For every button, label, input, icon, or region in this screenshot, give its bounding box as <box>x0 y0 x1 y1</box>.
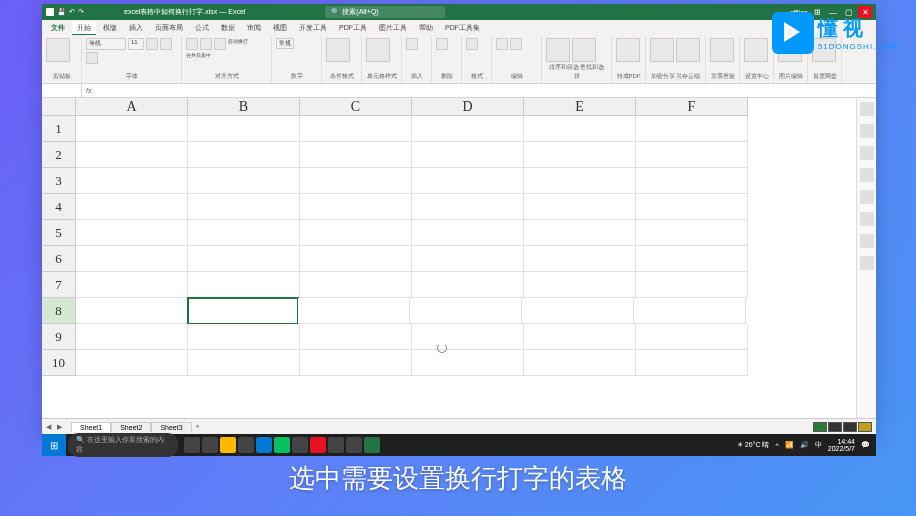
taskview-icon[interactable] <box>184 437 200 453</box>
cell-C4[interactable] <box>300 194 412 220</box>
col-header-A[interactable]: A <box>76 98 188 116</box>
invoice-button[interactable] <box>710 38 734 62</box>
select-all-corner[interactable] <box>42 98 76 116</box>
cell-A9[interactable] <box>76 324 188 350</box>
find-button[interactable] <box>572 38 596 62</box>
taskbar-search[interactable]: 🔍 在这里输入你要搜索的内容 <box>68 433 178 457</box>
to-pdf-button[interactable] <box>616 38 640 62</box>
paste-button[interactable] <box>46 38 70 62</box>
record-icon[interactable] <box>310 437 326 453</box>
cloud-button[interactable] <box>676 38 700 62</box>
cell-C10[interactable] <box>300 350 412 376</box>
underline-button[interactable] <box>86 52 98 64</box>
app4-icon[interactable] <box>346 437 362 453</box>
cell-F1[interactable] <box>636 116 748 142</box>
cell-B3[interactable] <box>188 168 300 194</box>
tab-next-icon[interactable]: ▶ <box>57 423 67 431</box>
cell-A3[interactable] <box>76 168 188 194</box>
undo-icon[interactable]: ↶ <box>69 8 75 16</box>
italic-button[interactable] <box>160 38 172 50</box>
view-break-button[interactable] <box>843 422 857 432</box>
zoom-button[interactable] <box>858 422 872 432</box>
cell-A10[interactable] <box>76 350 188 376</box>
fill-button[interactable] <box>510 38 522 50</box>
app2-icon[interactable] <box>292 437 308 453</box>
wrap-text-button[interactable]: 自动换行 <box>228 38 248 50</box>
sp-save[interactable] <box>860 146 874 160</box>
cell-F10[interactable] <box>636 350 748 376</box>
cell-B7[interactable] <box>188 272 300 298</box>
tab-prev-icon[interactable]: ◀ <box>46 423 56 431</box>
cell-A6[interactable] <box>76 246 188 272</box>
cell-A8[interactable] <box>76 298 188 324</box>
col-header-C[interactable]: C <box>300 98 412 116</box>
cell-E9[interactable] <box>524 324 636 350</box>
tray-ime-icon[interactable]: 中 <box>815 440 822 450</box>
cell-F8[interactable] <box>634 298 746 324</box>
cell-D6[interactable] <box>412 246 524 272</box>
col-header-D[interactable]: D <box>412 98 524 116</box>
row-header-5[interactable]: 5 <box>42 220 76 246</box>
cell-C2[interactable] <box>300 142 412 168</box>
sp-sales[interactable] <box>860 234 874 248</box>
cell-A1[interactable] <box>76 116 188 142</box>
view-layout-button[interactable] <box>828 422 842 432</box>
font-size[interactable]: 11 <box>128 38 144 50</box>
sp-page[interactable] <box>860 212 874 226</box>
cell-F5[interactable] <box>636 220 748 246</box>
notification-icon[interactable]: 💬 <box>861 441 870 449</box>
sp-row[interactable] <box>860 190 874 204</box>
sp-more[interactable] <box>860 256 874 270</box>
menu-layout[interactable]: 页面布局 <box>150 22 188 34</box>
cell-B5[interactable] <box>188 220 300 246</box>
cell-D2[interactable] <box>412 142 524 168</box>
cell-F3[interactable] <box>636 168 748 194</box>
menu-review[interactable]: 审阅 <box>242 22 266 34</box>
cell-C7[interactable] <box>300 272 412 298</box>
name-box[interactable] <box>42 84 82 97</box>
cell-D7[interactable] <box>412 272 524 298</box>
menu-data[interactable]: 数据 <box>216 22 240 34</box>
menu-help[interactable]: 帮助 <box>414 22 438 34</box>
weather-widget[interactable]: ☀ 26°C 晴 <box>737 440 770 450</box>
align-right-button[interactable] <box>214 38 226 50</box>
sheet-tab-3[interactable]: Sheet3 <box>151 422 191 432</box>
menu-home[interactable]: 开始 <box>72 22 96 35</box>
quick-save-icon[interactable]: 💾 <box>57 8 66 16</box>
cell-A7[interactable] <box>76 272 188 298</box>
encrypt-button[interactable] <box>650 38 674 62</box>
cell-E7[interactable] <box>524 272 636 298</box>
fx-label[interactable]: fx <box>82 87 95 94</box>
cell-C5[interactable] <box>300 220 412 246</box>
app-icon[interactable] <box>202 437 218 453</box>
tray-up-icon[interactable]: ^ <box>775 442 778 449</box>
row-header-3[interactable]: 3 <box>42 168 76 194</box>
menu-dev[interactable]: 开发工具 <box>294 22 332 34</box>
format-cell-button[interactable] <box>466 38 478 50</box>
cell-E5[interactable] <box>524 220 636 246</box>
cell-B4[interactable] <box>188 194 300 220</box>
col-header-F[interactable]: F <box>636 98 748 116</box>
row-header-8[interactable]: 8 <box>42 298 76 324</box>
insert-cell-button[interactable] <box>406 38 418 50</box>
cell-E8[interactable] <box>522 298 634 324</box>
sp-finance[interactable] <box>860 124 874 138</box>
cell-E3[interactable] <box>524 168 636 194</box>
cell-D4[interactable] <box>412 194 524 220</box>
clock-date[interactable]: 2022/5/7 <box>828 445 855 452</box>
view-normal-button[interactable] <box>813 422 827 432</box>
edge-icon[interactable] <box>256 437 272 453</box>
search-box[interactable]: 🔍 搜索(Alt+Q) <box>325 6 445 18</box>
cell-C8[interactable] <box>298 298 410 324</box>
cell-D8[interactable] <box>410 298 522 324</box>
cell-E10[interactable] <box>524 350 636 376</box>
cell-A5[interactable] <box>76 220 188 246</box>
cell-B6[interactable] <box>188 246 300 272</box>
sheet-tab-1[interactable]: Sheet1 <box>71 422 111 432</box>
font-name[interactable]: 等线 <box>86 38 126 50</box>
settings-button[interactable] <box>744 38 768 62</box>
bold-button[interactable] <box>146 38 158 50</box>
cell-B2[interactable] <box>188 142 300 168</box>
excel-taskbar-icon[interactable] <box>364 437 380 453</box>
menu-pdfset[interactable]: PDF工具集 <box>440 22 485 34</box>
